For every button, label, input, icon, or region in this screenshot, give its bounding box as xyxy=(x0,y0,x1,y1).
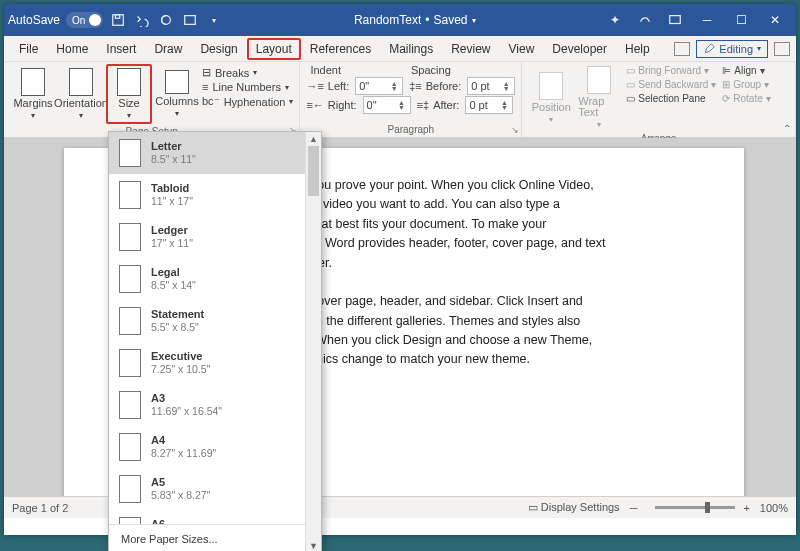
size-name: Legal xyxy=(151,265,196,279)
svg-rect-1 xyxy=(116,15,120,19)
size-option-executive[interactable]: Executive7.25" x 10.5" xyxy=(109,342,321,384)
page-icon xyxy=(119,517,141,524)
size-dimensions: 5.83" x 8.27" xyxy=(151,489,210,503)
tab-help[interactable]: Help xyxy=(616,38,659,60)
align-button[interactable]: ⊫ Align ▾ xyxy=(720,64,772,77)
body-text: nt from the different galleries. Themes … xyxy=(284,312,704,331)
premium-icon[interactable]: ✦ xyxy=(606,11,624,29)
size-dimensions: 8.5" x 11" xyxy=(151,153,196,167)
qat-customize-icon[interactable]: ▾ xyxy=(205,11,223,29)
size-option-tabloid[interactable]: Tabloid11" x 17" xyxy=(109,174,321,216)
scroll-up-icon[interactable]: ▲ xyxy=(306,132,321,146)
size-name: A5 xyxy=(151,475,210,489)
indent-right-input[interactable]: 0"▲▼ xyxy=(363,96,411,114)
size-option-a4[interactable]: A48.27" x 11.69" xyxy=(109,426,321,468)
title-dropdown-icon[interactable]: ▾ xyxy=(472,16,476,25)
size-dimensions: 8.27" x 11.69" xyxy=(151,447,216,461)
body-text: ch other. xyxy=(284,254,704,273)
breaks-button[interactable]: ⊟ Breaks ▾ xyxy=(202,66,293,79)
size-option-a3[interactable]: A311.69" x 16.54" xyxy=(109,384,321,426)
columns-button[interactable]: Columns▾ xyxy=(154,64,200,124)
tab-draw[interactable]: Draw xyxy=(145,38,191,60)
group-button: ⊞ Group ▾ xyxy=(720,78,772,91)
redo-icon[interactable] xyxy=(157,11,175,29)
maximize-icon[interactable]: ☐ xyxy=(730,13,752,27)
share-icon[interactable] xyxy=(774,42,790,56)
margins-button[interactable]: Margins▾ xyxy=(10,64,56,124)
body-text: for the video you want to add. You can a… xyxy=(284,195,704,214)
size-dimensions: 8.5" x 14" xyxy=(151,279,196,293)
tab-file[interactable]: File xyxy=(10,38,47,60)
body-text: hing cover page, header, and sidebar. Cl… xyxy=(284,292,704,311)
coming-soon-icon[interactable] xyxy=(636,11,654,29)
tab-view[interactable]: View xyxy=(500,38,544,60)
svg-point-2 xyxy=(162,16,171,25)
size-name: A6 xyxy=(151,517,210,524)
zoom-level[interactable]: 100% xyxy=(760,502,788,514)
spacing-before-input[interactable]: 0 pt▲▼ xyxy=(467,77,515,95)
bring-forward-button: ▭ Bring Forward ▾ xyxy=(624,64,718,77)
ribbon-display-icon[interactable] xyxy=(666,11,684,29)
selection-pane-button[interactable]: ▭ Selection Pane xyxy=(624,92,718,105)
size-dropdown: Letter8.5" x 11"Tabloid11" x 17"Ledger17… xyxy=(108,131,322,551)
dropdown-scrollbar[interactable]: ▲ ▼ xyxy=(305,132,321,551)
size-option-ledger[interactable]: Ledger17" x 11" xyxy=(109,216,321,258)
page-icon xyxy=(119,223,141,251)
tab-review[interactable]: Review xyxy=(442,38,499,60)
rotate-button: ⟳ Rotate ▾ xyxy=(720,92,772,105)
editing-mode-button[interactable]: Editing▾ xyxy=(696,40,768,58)
page-indicator[interactable]: Page 1 of 2 xyxy=(12,502,68,514)
minimize-icon[interactable]: ─ xyxy=(696,13,718,27)
tab-home[interactable]: Home xyxy=(47,38,97,60)
size-option-legal[interactable]: Legal8.5" x 14" xyxy=(109,258,321,300)
size-option-statement[interactable]: Statement5.5" x 8.5" xyxy=(109,300,321,342)
close-icon[interactable]: ✕ xyxy=(764,13,786,27)
scroll-thumb[interactable] xyxy=(308,146,319,196)
size-option-a5[interactable]: A55.83" x 8.27" xyxy=(109,468,321,510)
spacing-after-input[interactable]: 0 pt▲▼ xyxy=(465,96,513,114)
line-numbers-button[interactable]: ≡ Line Numbers ▾ xyxy=(202,81,293,93)
save-icon[interactable] xyxy=(109,11,127,29)
tab-insert[interactable]: Insert xyxy=(97,38,145,60)
scroll-down-icon[interactable]: ▼ xyxy=(306,539,321,551)
page-icon xyxy=(119,307,141,335)
collapse-ribbon-icon[interactable]: ⌃ xyxy=(783,123,791,134)
body-text: ideo that best fits your document. To ma… xyxy=(284,215,704,234)
page-icon xyxy=(119,475,141,503)
size-dimensions: 5.5" x 8.5" xyxy=(151,321,204,335)
page-icon xyxy=(119,349,141,377)
tab-developer[interactable]: Developer xyxy=(543,38,616,60)
size-option-letter[interactable]: Letter8.5" x 11" xyxy=(109,132,321,174)
comments-icon[interactable] xyxy=(674,42,690,56)
zoom-slider[interactable] xyxy=(655,506,735,509)
size-name: Ledger xyxy=(151,223,193,237)
tab-mailings[interactable]: Mailings xyxy=(380,38,442,60)
body-text: ated. When you click Design and choose a… xyxy=(284,331,704,350)
body-text: help you prove your point. When you clic… xyxy=(284,176,704,195)
autosave-toggle[interactable]: On xyxy=(66,12,103,28)
undo-icon[interactable] xyxy=(133,11,151,29)
svg-rect-4 xyxy=(670,16,681,24)
quick-access-toolbar: AutoSave On ▾ xyxy=(8,11,223,29)
tab-layout[interactable]: Layout xyxy=(247,38,301,60)
page-icon xyxy=(119,181,141,209)
orientation-button[interactable]: Orientation▾ xyxy=(58,64,104,124)
size-option-a6[interactable]: A64.13" x 5.83" xyxy=(109,510,321,524)
send-backward-button: ▭ Send Backward ▾ xyxy=(624,78,718,91)
wrap-text-button: Wrap Text▾ xyxy=(576,64,622,131)
more-paper-sizes[interactable]: More Paper Sizes... xyxy=(109,524,321,551)
tab-references[interactable]: References xyxy=(301,38,380,60)
display-settings-button[interactable]: ▭ Display Settings xyxy=(528,501,620,514)
qat-item-icon[interactable] xyxy=(181,11,199,29)
page-icon xyxy=(119,391,141,419)
page-icon xyxy=(119,265,141,293)
tab-design[interactable]: Design xyxy=(191,38,246,60)
paragraph-launcher-icon[interactable]: ↘ xyxy=(511,125,519,135)
indent-left-input[interactable]: 0"▲▼ xyxy=(355,77,403,95)
hyphenation-button[interactable]: bc⁻ Hyphenation ▾ xyxy=(202,95,293,108)
size-button[interactable]: Size▾ xyxy=(106,64,152,124)
spacing-heading: Spacing xyxy=(411,64,451,76)
title-bar: AutoSave On ▾ RandomText • Saved ▾ ✦ ─ ☐… xyxy=(4,4,796,36)
document-title: RandomText xyxy=(354,13,421,27)
svg-rect-3 xyxy=(185,16,196,25)
